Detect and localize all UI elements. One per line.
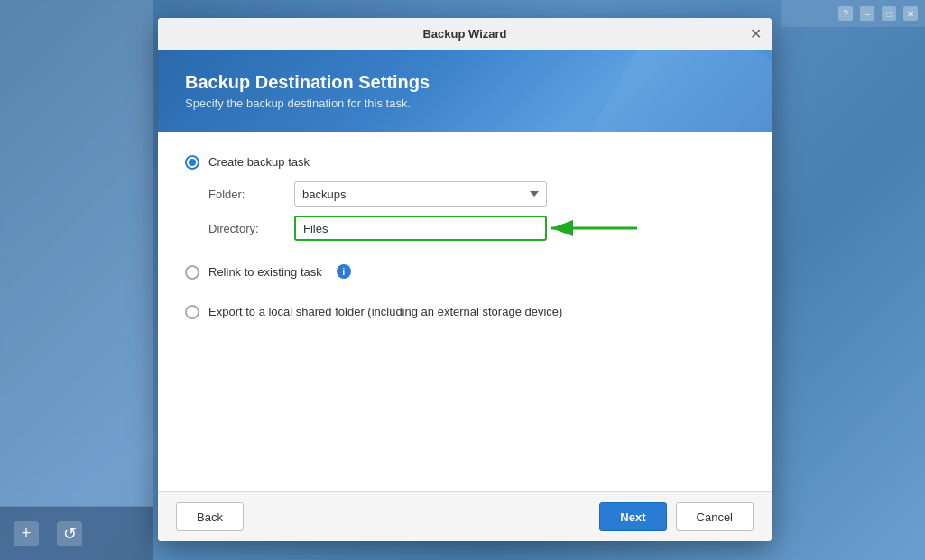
folder-row: Folder: backups home shared xyxy=(208,181,745,207)
folder-select[interactable]: backups home shared xyxy=(294,181,547,207)
desktop-close-button[interactable]: ✕ xyxy=(903,6,918,21)
next-button[interactable]: Next xyxy=(599,502,666,531)
relink-label: Relink to existing task xyxy=(208,264,322,280)
dialog-close-button[interactable]: ✕ xyxy=(746,25,764,43)
desktop: + ↺ ? – □ ✕ Backup Wizard ✕ Backup Desti… xyxy=(0,0,925,560)
dialog-titlebar: Backup Wizard ✕ xyxy=(158,18,772,50)
taskbar-bottom: + ↺ xyxy=(0,506,153,560)
directory-row: Directory: xyxy=(208,216,745,241)
arrow-annotation xyxy=(542,215,642,242)
relink-info-icon[interactable]: i xyxy=(337,264,351,279)
directory-input[interactable] xyxy=(294,216,547,241)
folder-label: Folder: xyxy=(208,188,285,201)
footer-right-buttons: Next Cancel xyxy=(599,502,754,531)
restore-button[interactable]: □ xyxy=(882,6,896,21)
backup-wizard-dialog: Backup Wizard ✕ Backup Destination Setti… xyxy=(158,18,772,541)
radio-group: Create backup task Folder: backups home … xyxy=(185,154,745,321)
question-icon[interactable]: ? xyxy=(838,6,853,21)
sidebar: + ↺ xyxy=(0,0,153,560)
relink-radio[interactable] xyxy=(185,265,199,280)
create-backup-radio-row[interactable]: Create backup task xyxy=(185,154,745,170)
dialog-header-subtitle: Specify the backup destination for this … xyxy=(185,96,745,110)
dialog-header: Backup Destination Settings Specify the … xyxy=(158,50,772,132)
history-button[interactable]: ↺ xyxy=(57,521,82,546)
add-button[interactable]: + xyxy=(14,521,39,546)
window-chrome: ? – □ ✕ xyxy=(781,0,925,27)
dialog-title: Backup Wizard xyxy=(422,27,506,41)
create-backup-option: Create backup task Folder: backups home … xyxy=(185,154,745,241)
dialog-footer: Back Next Cancel xyxy=(158,491,772,541)
create-backup-label: Create backup task xyxy=(208,154,310,170)
back-button[interactable]: Back xyxy=(176,502,244,531)
export-option[interactable]: Export to a local shared folder (includi… xyxy=(185,304,745,320)
dialog-header-title: Backup Destination Settings xyxy=(185,72,745,93)
export-label: Export to a local shared folder (includi… xyxy=(208,304,562,320)
directory-label: Directory: xyxy=(208,222,285,235)
create-backup-radio[interactable] xyxy=(185,155,199,170)
relink-option[interactable]: Relink to existing task i xyxy=(185,264,745,280)
dialog-body: Create backup task Folder: backups home … xyxy=(158,132,772,491)
cancel-button[interactable]: Cancel xyxy=(676,502,754,531)
export-radio[interactable] xyxy=(185,305,199,319)
backup-fields: Folder: backups home shared Directory: xyxy=(208,181,745,241)
directory-input-wrapper xyxy=(294,216,547,241)
minimize-button[interactable]: – xyxy=(860,6,874,21)
